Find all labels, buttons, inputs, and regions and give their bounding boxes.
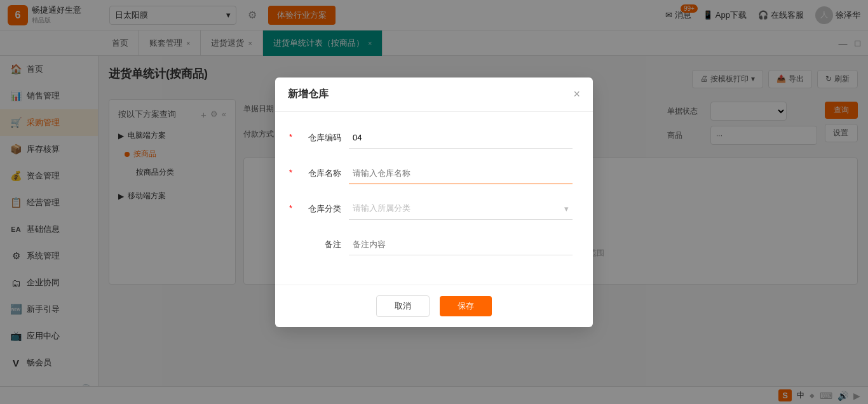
save-button[interactable]: 保存 <box>440 296 492 316</box>
modal-header: 新增仓库 × <box>275 77 593 112</box>
remark-label: 备注 <box>295 239 341 250</box>
category-label: 仓库分类 <box>295 203 341 215</box>
category-placeholder: 请输入所属分类 <box>353 203 410 214</box>
modal-body: 仓库编码 仓库名称 仓库分类 请输入所属分类 ▾ 备注 <box>275 112 593 285</box>
modal-overlay: 新增仓库 × 仓库编码 仓库名称 仓库分类 请输入所属分类 ▾ <box>0 0 868 404</box>
form-row-name: 仓库名称 <box>295 163 573 184</box>
name-label: 仓库名称 <box>295 168 341 179</box>
name-input[interactable] <box>349 163 573 184</box>
modal-close-button[interactable]: × <box>573 88 580 100</box>
code-label: 仓库编码 <box>295 132 341 144</box>
modal-title: 新增仓库 <box>288 88 329 101</box>
add-warehouse-modal: 新增仓库 × 仓库编码 仓库名称 仓库分类 请输入所属分类 ▾ <box>275 77 593 327</box>
remark-input[interactable] <box>349 234 573 255</box>
form-row-code: 仓库编码 <box>295 127 573 149</box>
cancel-button[interactable]: 取消 <box>376 295 430 317</box>
category-arrow-icon: ▾ <box>564 204 569 213</box>
form-row-category: 仓库分类 请输入所属分类 ▾ <box>295 198 573 220</box>
modal-footer: 取消 保存 <box>275 285 593 327</box>
form-row-remark: 备注 <box>295 234 573 255</box>
category-select[interactable]: 请输入所属分类 ▾ <box>349 198 573 220</box>
code-input[interactable] <box>349 127 573 149</box>
